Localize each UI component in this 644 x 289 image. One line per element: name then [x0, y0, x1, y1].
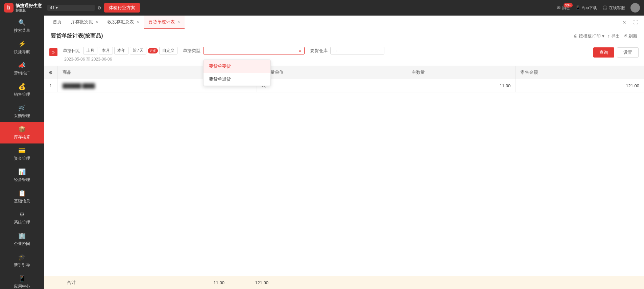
settings-btn[interactable]: 设置: [617, 47, 639, 58]
tab-label: 库存批次账: [71, 19, 93, 25]
table-area: ⚙ 商品 主计量单位 主数量 零售金额: [44, 66, 644, 276]
export-icon: ↑: [608, 34, 610, 39]
sidebar-item-system[interactable]: ⚙ 系统管理: [0, 207, 44, 229]
tab-selector[interactable]: 41 ▾: [47, 5, 95, 11]
column-settings-icon[interactable]: ⚙: [49, 70, 53, 75]
messages-badge: 99+: [564, 3, 573, 7]
user-avatar[interactable]: [630, 3, 640, 13]
industry-btn[interactable]: 体验行业方案: [104, 3, 140, 13]
filter-group-type: 单据类型 ∧ 要货单要货 要货单退货: [183, 47, 305, 54]
filter-row-date-range: 2023-05-06 至 2023-06-06: [63, 57, 177, 62]
tab-inventory-batch[interactable]: 库存批次账 ×: [66, 16, 103, 29]
logo-icon: b: [4, 3, 14, 13]
logo-area: b 畅捷通好生意 标准版: [4, 3, 45, 13]
operations-icon: 📊: [18, 168, 26, 176]
th-settings[interactable]: ⚙: [44, 66, 58, 79]
dropdown-item-return[interactable]: 要货单退货: [204, 73, 270, 86]
type-filter-label: 单据类型: [183, 48, 200, 54]
footer-amount: 121.00: [235, 280, 268, 285]
filter-row-date: 单据日期 上月 本月 本年 近7天 更多 自定义: [63, 47, 177, 54]
message-icon: ✉: [557, 5, 560, 10]
sidebar-item-sales[interactable]: 💰 销售管理: [0, 80, 44, 101]
sidebar-item-basicinfo[interactable]: 📋 基础信息: [0, 186, 44, 207]
sidebar-item-marketing[interactable]: 📣 营销推广: [0, 58, 44, 80]
page-header: 要货单统计表(按商品) 🖨 按模板打印 ▾ ↑ 导出 ↺ 刷新: [44, 29, 644, 43]
sidebar-item-search[interactable]: 🔍 搜索菜单: [0, 16, 44, 37]
sidebar-item-guide[interactable]: 🎓 新手引导: [0, 250, 44, 271]
headset-icon: 🎧: [602, 5, 607, 10]
chevron-up-icon: ∧: [299, 48, 302, 53]
type-dropdown-menu: 要货单要货 要货单退货: [203, 60, 271, 86]
purchase-icon: 🛒: [18, 104, 26, 112]
data-table: ⚙ 商品 主计量单位 主数量 零售金额: [44, 66, 644, 92]
print-icon: 🖨: [573, 34, 577, 39]
top-bar-actions: ✉ 消息 99+ 📱 App下载 🎧 在线客服: [557, 3, 640, 13]
top-bar: b 畅捷通好生意 标准版 41 ▾ ⚙ 体验行业方案 ✉ 消息 99+ 📱 Ap…: [0, 0, 644, 16]
online-service-action[interactable]: 🎧 在线客服: [602, 5, 625, 11]
export-label: 导出: [611, 33, 620, 39]
page-actions: 🖨 按模板打印 ▾ ↑ 导出 ↺ 刷新: [573, 33, 638, 39]
refresh-action[interactable]: ↺ 刷新: [623, 33, 637, 39]
tab-home-label: 首页: [53, 19, 62, 25]
th-unit: 主计量单位: [257, 66, 407, 79]
filter-toggle-btn[interactable]: »: [49, 48, 57, 56]
warehouse-field[interactable]: ···: [330, 47, 384, 54]
print-label: 按模板打印: [579, 33, 601, 39]
messages-action[interactable]: ✉ 消息 99+: [557, 5, 570, 11]
sidebar-item-quicknav[interactable]: ⚡ 快捷导航: [0, 37, 44, 58]
tab-close-icon[interactable]: ×: [137, 20, 139, 24]
sidebar-item-label: 经营管理: [14, 177, 30, 183]
window-close-btn[interactable]: ✕: [620, 19, 628, 26]
filter-bar: » 单据日期 上月 本月 本年 近7天 更多 自定义 2023-05-06 至 …: [44, 43, 644, 66]
sales-icon: 💰: [18, 83, 26, 90]
window-expand-btn[interactable]: ⛶: [631, 19, 640, 26]
sidebar-item-label: 应用中心: [14, 284, 30, 289]
gear-icon[interactable]: ⚙: [97, 5, 101, 10]
date-btn-this-month[interactable]: 本月: [99, 47, 113, 54]
appcenter-icon: 📱: [18, 275, 26, 282]
query-btn[interactable]: 查询: [593, 47, 614, 58]
main-layout: 🔍 搜索菜单 ⚡ 快捷导航 📣 营销推广 💰 销售管理 🛒 采购管理 📦 库存核…: [0, 16, 644, 289]
tab-selector-chevron: ▾: [56, 5, 58, 10]
online-service-label: 在线客服: [609, 5, 625, 11]
tab-requisition-stats[interactable]: 要货单统计表 ×: [144, 16, 185, 29]
sidebar-item-label: 系统管理: [14, 220, 30, 225]
sidebar-item-label: 新手引导: [14, 262, 30, 268]
type-input[interactable]: [206, 48, 299, 53]
enterprise-icon: 🏢: [18, 232, 26, 240]
sidebar-item-appcenter[interactable]: 📱 应用中心: [0, 271, 44, 289]
toggle-icon: »: [52, 49, 55, 55]
print-action[interactable]: 🖨 按模板打印 ▾: [573, 33, 604, 39]
dropdown-item-requisition[interactable]: 要货单要货: [204, 60, 270, 73]
sidebar-item-finance[interactable]: 💳 资金管理: [0, 143, 44, 165]
date-btn-last-7days[interactable]: 近7天: [130, 47, 146, 54]
sidebar-item-inventory[interactable]: 📦 库存核算: [0, 122, 44, 143]
tab-close-icon[interactable]: ×: [177, 20, 180, 24]
type-select-field[interactable]: ∧: [203, 47, 305, 54]
lightning-icon: ⚡: [18, 40, 26, 48]
date-quick-btns: 上月 本月 本年 近7天 更多 自定义: [83, 47, 177, 54]
date-btn-last-month[interactable]: 上月: [83, 47, 97, 54]
system-icon: ⚙: [19, 211, 25, 218]
custom-date-btn[interactable]: 自定义: [159, 47, 177, 54]
content-area: 首页 库存批次账 × 收发存汇总表 × 要货单统计表 × ✕ ⛶ 要货单统计表(…: [44, 16, 644, 289]
type-select-wrapper: ∧ 要货单要货 要货单退货: [203, 47, 305, 54]
basicinfo-icon: 📋: [18, 190, 26, 197]
export-action[interactable]: ↑ 导出: [608, 33, 620, 39]
sidebar-item-label: 快捷导航: [14, 49, 30, 55]
refresh-label: 刷新: [628, 33, 637, 39]
tab-receivable-summary[interactable]: 收发存汇总表 ×: [103, 16, 144, 29]
search-icon: 🔍: [18, 19, 26, 26]
sidebar-item-operations[interactable]: 📊 经营管理: [0, 165, 44, 186]
sidebar-item-purchase[interactable]: 🛒 采购管理: [0, 101, 44, 122]
filter-actions: 查询 设置: [593, 47, 639, 58]
finance-icon: 💳: [18, 147, 26, 154]
tab-close-icon[interactable]: ×: [96, 20, 98, 24]
app-download-action[interactable]: 📱 App下载: [575, 5, 597, 11]
marketing-icon: 📣: [18, 62, 26, 69]
tab-selector-value: 41: [50, 5, 54, 10]
brand-main: 畅捷通好生意: [16, 3, 42, 8]
date-btn-this-year[interactable]: 本年: [114, 47, 128, 54]
sidebar-item-enterprise[interactable]: 🏢 企业协同: [0, 229, 44, 250]
tab-home[interactable]: 首页: [48, 16, 66, 29]
